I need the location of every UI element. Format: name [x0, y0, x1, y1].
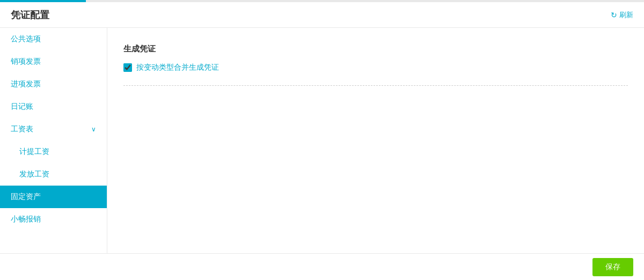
sidebar-item-purchase-invoice[interactable]: 进项发票 — [0, 73, 107, 95]
section-divider — [123, 85, 628, 86]
sidebar-item-label: 公共选项 — [11, 34, 41, 44]
page-title: 凭证配置 — [11, 9, 49, 21]
sidebar-item-journal[interactable]: 日记账 — [0, 95, 107, 118]
sidebar-item-label: 日记账 — [11, 102, 33, 112]
chevron-down-icon: ∨ — [91, 126, 96, 133]
checkbox-row: 按变动类型合并生成凭证 — [123, 63, 628, 72]
sidebar-item-fixed-assets[interactable]: 固定资产 — [0, 186, 107, 208]
sidebar-item-distribution-payroll[interactable]: 发放工资 — [0, 163, 107, 186]
sidebar-item-label: 销项发票 — [11, 57, 41, 67]
section-title: 生成凭证 — [123, 44, 628, 54]
sidebar-item-label: 进项发票 — [11, 79, 41, 89]
page-footer: 保存 — [0, 253, 644, 280]
sidebar-item-expense-reimbursement[interactable]: 小畅报销 — [0, 208, 107, 231]
refresh-button[interactable]: ↻ 刷新 — [611, 10, 633, 20]
sidebar-item-payroll-table[interactable]: 工资表 ∨ — [0, 118, 107, 141]
sidebar-item-sales-invoice[interactable]: 销项发票 — [0, 50, 107, 73]
sidebar-item-label: 计提工资 — [19, 147, 49, 157]
main-layout: 公共选项 销项发票 进项发票 日记账 工资表 ∨ 计提工资 发放工资 固定资产 … — [0, 28, 644, 253]
save-button[interactable]: 保存 — [592, 258, 633, 276]
sidebar-item-commission-payroll[interactable]: 计提工资 — [0, 141, 107, 163]
checkbox-label[interactable]: 按变动类型合并生成凭证 — [136, 63, 219, 72]
refresh-icon: ↻ — [611, 11, 617, 19]
sidebar: 公共选项 销项发票 进项发票 日记账 工资表 ∨ 计提工资 发放工资 固定资产 … — [0, 28, 107, 253]
merge-by-type-checkbox[interactable] — [123, 63, 132, 72]
sidebar-item-label: 工资表 — [11, 124, 33, 134]
refresh-label: 刷新 — [619, 10, 633, 20]
sidebar-item-label: 固定资产 — [11, 192, 41, 202]
page-header: 凭证配置 ↻ 刷新 — [0, 2, 644, 28]
sidebar-item-public-options[interactable]: 公共选项 — [0, 28, 107, 50]
sidebar-item-label: 小畅报销 — [11, 215, 41, 224]
content-area: 生成凭证 按变动类型合并生成凭证 — [107, 28, 644, 253]
sidebar-item-label: 发放工资 — [19, 170, 49, 179]
